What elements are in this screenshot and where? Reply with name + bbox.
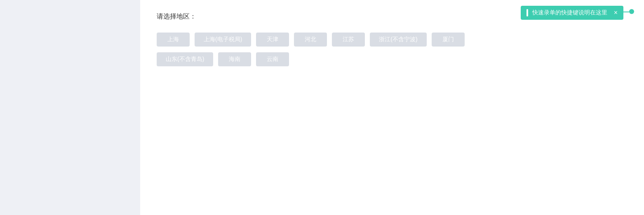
region-button-tianjin[interactable]: 天津 — [256, 33, 289, 47]
region-button-shanghai[interactable]: 上海 — [157, 33, 190, 47]
region-button-xiamen[interactable]: 厦门 — [432, 33, 465, 47]
main-content: 请选择地区： 上海上海(电子税局)天津河北江苏浙江(不含宁波)厦门 山东(不含青… — [140, 0, 644, 215]
region-row-2: 山东(不含青岛)海南云南 — [157, 52, 628, 66]
region-button-hebei[interactable]: 河北 — [294, 33, 327, 47]
tooltip-connector-dot — [629, 9, 634, 14]
tooltip-banner: 快速录单的快捷键说明在这里 × — [521, 6, 623, 20]
tooltip-connector-line — [617, 12, 629, 12]
region-button-hainan[interactable]: 海南 — [218, 52, 251, 66]
region-button-shandong[interactable]: 山东(不含青岛) — [157, 52, 213, 66]
region-button-zhejiang[interactable]: 浙江(不含宁波) — [370, 33, 426, 47]
tooltip-bar — [526, 9, 528, 16]
region-button-shanghai-etax[interactable]: 上海(电子税局) — [195, 33, 251, 47]
sidebar — [0, 0, 140, 215]
region-button-yunnan[interactable]: 云南 — [256, 52, 289, 66]
tooltip-text: 快速录单的快捷键说明在这里 — [532, 9, 607, 16]
region-button-jiangsu[interactable]: 江苏 — [332, 33, 365, 47]
region-row-1: 上海上海(电子税局)天津河北江苏浙江(不含宁波)厦门 — [157, 33, 628, 47]
tooltip-close-button[interactable]: × — [614, 9, 618, 16]
